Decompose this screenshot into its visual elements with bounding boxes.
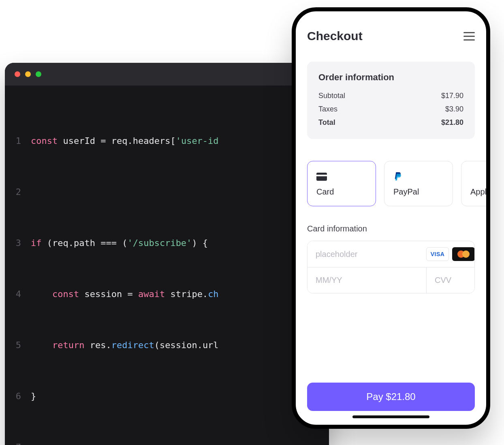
code-line: const session = await stripe.ch [31, 286, 219, 303]
line-number: 5 [5, 337, 31, 354]
card-icon [316, 171, 376, 182]
editor-titlebar [5, 63, 329, 86]
order-summary-card: Order information Subtotal $17.90 Taxes … [307, 62, 475, 139]
line-number: 1 [5, 133, 31, 150]
order-row-subtotal: Subtotal $17.90 [318, 92, 463, 100]
line-number: 2 [5, 184, 31, 201]
card-input-group: VISA [307, 241, 475, 293]
payment-method-label: PayPal [393, 187, 453, 197]
payment-method-card[interactable]: Card [307, 161, 376, 206]
home-indicator[interactable] [352, 415, 429, 418]
minimize-window-icon[interactable] [25, 71, 31, 77]
visa-icon: VISA [426, 247, 449, 261]
subtotal-label: Subtotal [318, 92, 345, 100]
code-line: } [31, 388, 36, 405]
menu-icon[interactable] [463, 32, 475, 41]
card-info-heading: Card information [307, 224, 475, 233]
pay-button[interactable]: Pay $21.80 [307, 383, 475, 411]
taxes-label: Taxes [318, 105, 337, 113]
code-line: return res.redirect(session.url [31, 337, 219, 354]
total-label: Total [318, 118, 335, 127]
payment-method-paypal[interactable]: PayPal [384, 161, 453, 206]
line-number: 4 [5, 286, 31, 303]
payment-method-label: Card [316, 187, 376, 197]
payment-method-label: Apple [470, 187, 490, 197]
order-row-total: Total $21.80 [318, 118, 463, 127]
card-brand-badges: VISA [426, 247, 475, 261]
apple-icon [470, 171, 490, 182]
phone-mockup: Checkout Order information Subtotal $17.… [292, 7, 490, 429]
line-number: 3 [5, 235, 31, 252]
taxes-value: $3.90 [445, 105, 463, 113]
payment-methods: Card PayPal Apple [307, 161, 475, 206]
code-editor-body: 1const userId = req.headers['user-id 2 3… [5, 86, 329, 445]
paypal-icon [393, 171, 453, 182]
line-number: 6 [5, 388, 31, 405]
card-number-input[interactable] [308, 241, 426, 267]
close-window-icon[interactable] [15, 71, 20, 77]
code-line: const userId = req.headers['user-id [31, 133, 219, 150]
order-summary-heading: Order information [318, 72, 463, 83]
code-editor-window: 1const userId = req.headers['user-id 2 3… [5, 63, 329, 445]
code-line: if (req.path === ('/subscribe') { [31, 235, 208, 252]
subtotal-value: $17.90 [441, 92, 463, 100]
total-value: $21.80 [441, 118, 463, 127]
page-title: Checkout [307, 29, 363, 43]
order-row-taxes: Taxes $3.90 [318, 105, 463, 113]
card-expiry-input[interactable] [308, 267, 426, 293]
line-number: 7 [5, 439, 31, 445]
maximize-window-icon[interactable] [36, 71, 41, 77]
card-cvv-input[interactable] [427, 267, 475, 293]
payment-method-apple[interactable]: Apple [461, 161, 490, 206]
mastercard-icon [452, 247, 475, 261]
